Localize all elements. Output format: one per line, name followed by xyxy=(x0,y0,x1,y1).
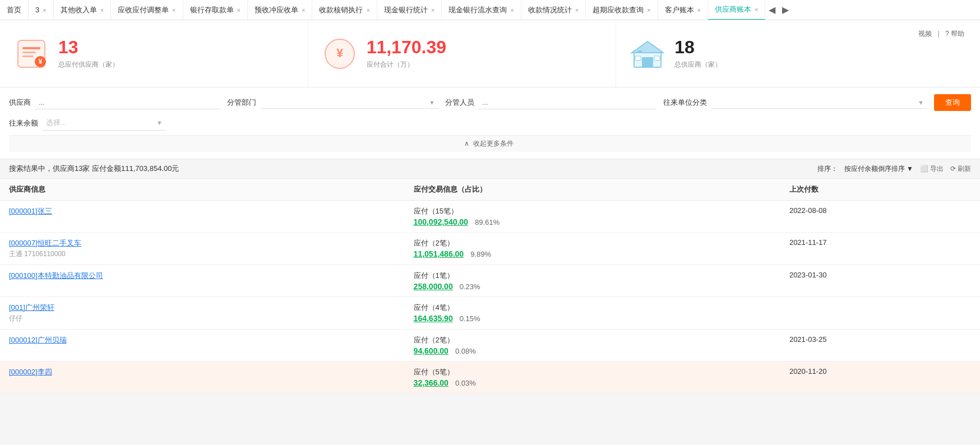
tx-percent: 89.61% xyxy=(475,218,500,226)
export-icon: ⬜ xyxy=(920,165,928,173)
summary-area: ¥ 13 总应付供应商（家） ¥ 11,170.39 应付合计（万） xyxy=(0,20,980,87)
query-button[interactable]: 查询 xyxy=(934,94,971,111)
nav-supplier-account[interactable]: 供应商账本 × xyxy=(708,0,765,20)
tx-label: 应付（15笔） xyxy=(414,206,771,216)
last-pay-cell xyxy=(780,297,980,330)
nav-home[interactable]: 首页 xyxy=(0,0,29,20)
close-icon[interactable]: × xyxy=(172,7,175,13)
close-icon[interactable]: × xyxy=(575,7,579,13)
person-input[interactable] xyxy=(479,96,657,109)
tx-amount[interactable]: 164,635.90 xyxy=(414,314,453,323)
svg-rect-3 xyxy=(22,55,34,57)
transaction-cell: 应付（5笔）32,366.000.03% xyxy=(405,361,780,393)
export-button[interactable]: ⬜ 导出 xyxy=(920,164,944,174)
filter-row-2: 往来余额 选择... ▼ xyxy=(9,115,971,131)
card-total-content: 18 总供应商（家） xyxy=(674,38,722,69)
tx-percent: 9.89% xyxy=(470,250,491,258)
summary-card-payable-suppliers: ¥ 13 总应付供应商（家） xyxy=(0,20,308,87)
table-container: 供应商信息 应付交易信息（占比） 上次付数 [000001]张三应付（15笔）1… xyxy=(0,179,980,393)
close-icon[interactable]: × xyxy=(647,7,650,13)
supplier-subinfo: 王通 17106110000 xyxy=(9,249,396,259)
amount-icon: ¥ xyxy=(322,36,358,72)
nav-next-arrow[interactable]: ▶ xyxy=(779,0,792,20)
supplier-link[interactable]: [001]广州荣轩 xyxy=(9,303,54,312)
close-icon[interactable]: × xyxy=(100,7,104,13)
card-amount-label: 应付合计（万） xyxy=(367,60,446,69)
col-supplier: 供应商信息 xyxy=(0,179,405,201)
person-label: 分管人员 xyxy=(445,98,474,108)
sort-value[interactable]: 按应付余额倒序排序 ▼ xyxy=(844,164,913,174)
supplier-link[interactable]: [000100]本特勤油品有限公司 xyxy=(9,271,103,280)
nav-cash-stat[interactable]: 现金银行统计 × xyxy=(377,0,442,20)
refresh-icon: ⟳ xyxy=(950,165,956,173)
card-amount-number: 11,170.39 xyxy=(367,38,446,57)
tx-label: 应付（4笔） xyxy=(414,303,771,313)
card-payable-label: 总应付供应商（家） xyxy=(58,60,119,69)
close-icon[interactable]: × xyxy=(510,7,514,13)
supplier-link[interactable]: [000012]广州贝瑞 xyxy=(9,336,67,344)
close-icon[interactable]: × xyxy=(237,7,241,13)
video-link[interactable]: 视频 xyxy=(918,29,932,39)
category-select[interactable]: ▼ xyxy=(711,97,927,109)
refresh-button[interactable]: ⟳ 刷新 xyxy=(950,164,971,174)
tx-percent: 0.23% xyxy=(460,282,480,291)
balance-label: 往来余额 xyxy=(9,118,38,128)
close-icon[interactable]: × xyxy=(697,7,701,13)
summary-card-amount: ¥ 11,170.39 应付合计（万） xyxy=(308,20,617,87)
svg-rect-10 xyxy=(642,57,653,67)
top-actions: 视频 ｜ ? 帮助 xyxy=(909,29,973,39)
supplier-subinfo: 仔仔 xyxy=(9,314,396,323)
nav-bank[interactable]: 银行存取款单 × xyxy=(183,0,248,20)
supplier-input[interactable] xyxy=(35,96,220,109)
tx-label: 应付（1笔） xyxy=(414,271,771,281)
help-link[interactable]: ? 帮助 xyxy=(945,29,964,39)
tx-amount[interactable]: 258,000.00 xyxy=(414,282,453,291)
svg-rect-12 xyxy=(654,56,660,61)
table-row: [000002]李四应付（5笔）32,366.000.03%2020-11-20 xyxy=(0,361,980,393)
nav-cash-flow[interactable]: 现金银行流水查询 × xyxy=(442,0,521,20)
nav-overdue[interactable]: 超期应收款查询 × xyxy=(586,0,658,20)
svg-text:¥: ¥ xyxy=(39,58,43,66)
supplier-cell: [001]广州荣轩仔仔 xyxy=(0,297,405,330)
transaction-cell: 应付（1笔）258,000.000.23% xyxy=(405,265,780,297)
collapse-bar[interactable]: ∧ 收起更多条件 xyxy=(9,135,971,152)
nav-prepay[interactable]: 预收冲应收单 × xyxy=(248,0,312,20)
close-icon[interactable]: × xyxy=(755,6,758,13)
supplier-link[interactable]: [000007]恒旺二手叉车 xyxy=(9,239,81,247)
tx-amount[interactable]: 11,051,486.00 xyxy=(414,249,464,258)
table-row: [000100]本特勤油品有限公司应付（1笔）258,000.000.23%20… xyxy=(0,265,980,297)
nav-adjust[interactable]: 应收应付调整单 × xyxy=(111,0,183,20)
last-pay-cell: 2020-11-20 xyxy=(780,361,980,393)
tx-amount[interactable]: 94,600.00 xyxy=(414,346,449,355)
table-row: [000007]恒旺二手叉车王通 17106110000应付（2笔）11,051… xyxy=(0,233,980,265)
close-icon[interactable]: × xyxy=(302,7,305,13)
transaction-cell: 应付（4笔）164,635.900.15% xyxy=(405,297,780,330)
close-icon[interactable]: × xyxy=(366,7,369,13)
card-amount-content: 11,170.39 应付合计（万） xyxy=(367,38,446,69)
balance-select[interactable]: 选择... ▼ xyxy=(43,115,166,131)
transaction-cell: 应付（15笔）100,092,540.0089.61% xyxy=(405,201,780,233)
nav-customer-account[interactable]: 客户账本 × xyxy=(658,0,708,20)
last-pay-cell: 2021-11-17 xyxy=(780,233,980,265)
close-icon[interactable]: × xyxy=(43,7,46,13)
nav-collection-stat[interactable]: 收款情况统计 × xyxy=(521,0,586,20)
tx-amount[interactable]: 100,092,540.00 xyxy=(414,217,468,226)
svg-rect-2 xyxy=(22,52,36,53)
nav-prev-arrow[interactable]: ◀ xyxy=(765,0,779,20)
supplier-cell: [000012]广州贝瑞 xyxy=(0,330,405,361)
dept-select[interactable]: ▼ xyxy=(261,97,438,109)
tx-percent: 0.03% xyxy=(455,379,476,387)
filter-dept: 分管部门 ▼ xyxy=(227,97,438,109)
close-icon[interactable]: × xyxy=(431,7,434,13)
last-pay-cell: 2022-08-08 xyxy=(780,201,980,233)
dept-dropdown-arrow: ▼ xyxy=(429,99,435,106)
nav-payment[interactable]: 收款核销执行 × xyxy=(312,0,377,20)
tx-amount[interactable]: 32,366.00 xyxy=(414,378,449,387)
supplier-link[interactable]: [000002]李四 xyxy=(9,368,52,376)
result-bar: 搜索结果中，供应商13家 应付金额111,703,854.00元 排序： 按应付… xyxy=(0,159,980,179)
tx-label: 应付（2笔） xyxy=(414,335,771,345)
nav-other-income[interactable]: 其他收入单 × xyxy=(54,0,111,20)
nav-3[interactable]: 3 × xyxy=(29,0,54,20)
top-navigation: 首页 3 × 其他收入单 × 应收应付调整单 × 银行存取款单 × 预收冲应收单… xyxy=(0,0,980,20)
supplier-link[interactable]: [000001]张三 xyxy=(9,207,52,215)
